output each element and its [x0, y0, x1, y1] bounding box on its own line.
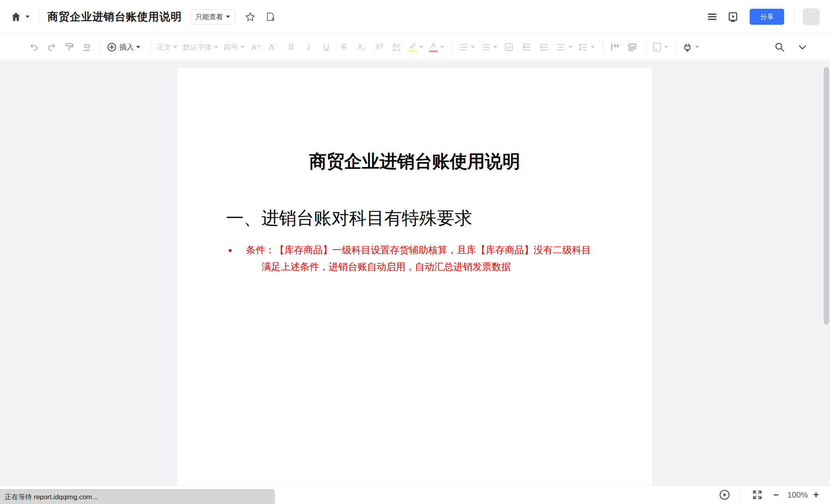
home-icon — [10, 11, 22, 22]
doc-title: 商贸企业进销台账使用说明 — [177, 150, 652, 173]
insert-button[interactable]: 插入 — [107, 39, 140, 55]
vertical-scrollbar[interactable] — [824, 67, 829, 325]
toolbar-separator — [676, 42, 677, 53]
app-window: 商贸企业进销台账使用说明 只能查看 — [0, 0, 830, 504]
document-page[interactable]: 商贸企业进销台账使用说明 一、进销台账对科目有特殊要求 ● 条件：【库存商品】一… — [177, 68, 652, 485]
highlight-block-button[interactable] — [626, 39, 638, 55]
strikethrough-button[interactable]: S — [338, 39, 350, 55]
search-button[interactable] — [773, 39, 785, 55]
superscript-button[interactable]: X² — [373, 39, 385, 55]
checklist-button[interactable] — [503, 39, 515, 55]
browser-status-bar: 正在等待 report.idqqimg.com... — [0, 489, 275, 504]
bullet-glyph: ● — [228, 242, 232, 259]
insert-label: 插入 — [119, 42, 134, 52]
char-spacing-label: AV — [393, 42, 401, 48]
fullscreen-icon — [752, 489, 763, 500]
header-separator — [38, 11, 39, 23]
align-button[interactable] — [556, 39, 572, 55]
dropdown-caret-icon — [695, 46, 699, 48]
collapse-toolbar-button[interactable] — [796, 39, 808, 55]
font-color-button[interactable]: A — [429, 39, 444, 55]
share-button[interactable]: 分享 — [750, 9, 784, 25]
toolbar-separator — [151, 42, 151, 53]
align-icon — [556, 42, 566, 52]
new-doc-icon[interactable] — [265, 12, 276, 22]
star-icon[interactable] — [245, 12, 256, 22]
subscript-button[interactable]: X₂ — [355, 39, 367, 55]
toolbar-separator — [452, 42, 453, 53]
svg-text:3: 3 — [482, 48, 483, 52]
permission-badge[interactable]: 只能查看 — [191, 10, 235, 24]
font-color-label: A — [431, 42, 436, 49]
present-icon[interactable] — [727, 11, 739, 22]
header-right-separator — [794, 10, 794, 24]
font-size-select[interactable]: 四号 — [224, 39, 244, 55]
font-color-bar — [429, 50, 438, 52]
paragraph-style-label: 正文 — [157, 42, 171, 52]
indent-button[interactable] — [538, 39, 550, 55]
line-spacing-button[interactable] — [578, 39, 595, 55]
numbered-list-button[interactable]: 1 2 3 — [481, 39, 497, 55]
zoom-out-button[interactable]: − — [773, 490, 779, 500]
header-right: 分享 — [697, 8, 820, 25]
highlighter-icon — [408, 42, 417, 49]
font-size-label: 四号 — [224, 42, 238, 52]
menu-icon[interactable] — [707, 11, 718, 22]
toolbar: 插入 正文 默认字体 四号 A⁺ A⁻ B I U — [0, 34, 830, 60]
bullet-list-button[interactable] — [458, 39, 475, 55]
font-family-select[interactable]: 默认字体 — [183, 39, 218, 55]
zoom-in-button[interactable]: + — [813, 490, 819, 500]
dropdown-caret-icon — [591, 46, 595, 48]
clear-format-icon[interactable] — [81, 39, 93, 55]
undo-icon[interactable] — [28, 39, 40, 55]
underline-button[interactable]: U — [320, 39, 332, 55]
doc-heading1: 一、进销台账对科目有特殊要求 — [226, 206, 652, 230]
plugin-button[interactable] — [682, 39, 699, 55]
dropdown-caret-icon — [240, 46, 244, 48]
quote-button[interactable] — [609, 39, 621, 55]
dropdown-caret-icon — [493, 46, 497, 48]
subscript-label: X₂ — [357, 42, 365, 52]
insert-caret-icon — [136, 46, 140, 48]
highlight-block-icon — [627, 42, 637, 52]
highlight-color-button[interactable] — [408, 39, 423, 55]
toolbar-right — [773, 39, 830, 55]
font-decrease-button[interactable]: A⁻ — [268, 39, 280, 55]
permission-caret-icon — [226, 16, 230, 18]
strikethrough-label: S — [341, 42, 346, 52]
search-icon — [774, 42, 785, 52]
char-spacing-button[interactable]: AV — [391, 39, 403, 55]
footer-separator — [741, 490, 741, 500]
font-increase-button[interactable]: A⁺ — [250, 39, 262, 55]
checklist-icon — [504, 42, 514, 52]
line-spacing-icon — [578, 42, 588, 52]
avatar[interactable] — [803, 8, 820, 25]
page-setup-button[interactable] — [652, 39, 668, 55]
zoom-level: 100% — [787, 490, 808, 500]
bullet-line-2: 满足上述条件，进销台账自动启用，自动汇总进销发票数据 — [262, 258, 652, 275]
dropdown-caret-icon — [173, 46, 177, 48]
italic-button[interactable]: I — [303, 39, 315, 55]
paragraph-style-select[interactable]: 正文 — [157, 39, 177, 55]
outdent-icon — [521, 42, 532, 52]
play-circle-button[interactable] — [719, 489, 731, 501]
doc-bullet-paragraph: ● 条件：【库存商品】一级科目设置存货辅助核算，且库【库存商品】没有二级科目 满… — [177, 242, 652, 275]
document-title: 商贸企业进销台账使用说明 — [48, 10, 182, 24]
redo-icon[interactable] — [46, 39, 58, 55]
highlight-color-bar — [408, 50, 417, 52]
play-circle-icon — [719, 489, 731, 501]
fullscreen-button[interactable] — [752, 489, 763, 500]
header-left: 商贸企业进销台账使用说明 只能查看 — [10, 10, 697, 24]
bold-button[interactable]: B — [285, 39, 297, 55]
bullet-list-icon — [458, 42, 469, 52]
bold-label: B — [288, 42, 294, 52]
home-button[interactable] — [10, 11, 30, 22]
format-painter-icon[interactable] — [63, 39, 75, 55]
outdent-button[interactable] — [520, 39, 532, 55]
font-decrease-label: A⁻ — [269, 42, 278, 52]
status-text: 正在等待 report.idqqimg.com... — [5, 492, 97, 502]
toolbar-separator — [646, 42, 647, 53]
dropdown-caret-icon — [214, 46, 218, 48]
home-caret-icon — [26, 16, 30, 18]
italic-label: I — [307, 42, 310, 52]
